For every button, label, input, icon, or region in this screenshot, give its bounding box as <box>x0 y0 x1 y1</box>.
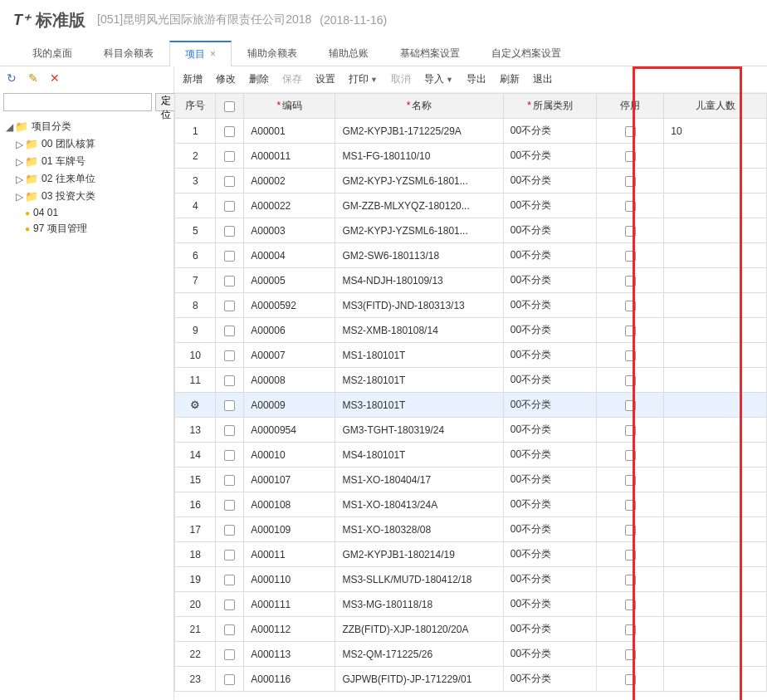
table-row[interactable]: 9A00006MS2-XMB-180108/1400不分类 <box>175 318 767 343</box>
col-disable[interactable]: 停用 <box>597 94 664 119</box>
table-row[interactable]: 8A0000592MS3(FITD)-JND-180313/1300不分类 <box>175 293 767 318</box>
delete-icon[interactable]: ✕ <box>50 71 60 85</box>
cell-disable[interactable] <box>597 642 664 667</box>
table-row[interactable]: 14A00010MS4-180101T00不分类 <box>175 443 767 467</box>
cell-disable[interactable] <box>597 567 664 592</box>
cell-checkbox[interactable] <box>216 368 244 393</box>
cell-checkbox[interactable] <box>216 418 244 443</box>
table-row[interactable]: 19A000110MS3-SLLK/MU7D-180412/1800不分类 <box>175 567 767 592</box>
action-修改[interactable]: 修改 <box>216 72 236 86</box>
cell-checkbox[interactable] <box>216 318 244 343</box>
cell-checkbox[interactable] <box>216 218 244 243</box>
cell-disable[interactable] <box>597 343 664 368</box>
tree-item[interactable]: 04 01 <box>33 207 58 218</box>
cell-checkbox[interactable] <box>216 243 244 268</box>
tab-自定义档案设置[interactable]: 自定义档案设置 <box>476 41 577 66</box>
tree-toggle-icon[interactable]: ◢ <box>3 121 15 133</box>
cell-checkbox[interactable] <box>216 268 244 293</box>
action-刷新[interactable]: 刷新 <box>500 72 520 86</box>
cell-checkbox[interactable] <box>216 293 244 318</box>
table-row[interactable]: 20A000111MS3-MG-180118/1800不分类 <box>175 592 767 617</box>
cell-disable[interactable] <box>597 443 664 467</box>
table-row[interactable]: 1A00001GM2-KYPJB1-171225/29A00不分类10 <box>175 119 767 144</box>
cell-disable[interactable] <box>597 492 664 517</box>
cell-checkbox[interactable] <box>216 617 244 642</box>
tree-item[interactable]: 03 投资大类 <box>42 189 95 203</box>
cell-checkbox[interactable] <box>216 443 244 467</box>
tree-toggle-icon[interactable]: ▷ <box>13 139 25 150</box>
col-code[interactable]: *编码 <box>244 94 335 119</box>
tree-item[interactable]: 02 往来单位 <box>42 172 95 186</box>
cell-checkbox[interactable] <box>216 343 244 368</box>
col-children[interactable]: 儿童人数 <box>664 94 767 119</box>
cell-checkbox[interactable] <box>216 144 244 169</box>
cell-disable[interactable] <box>597 119 664 144</box>
table-row[interactable]: ⚙A00009MS3-180101T00不分类 <box>175 393 767 418</box>
cell-disable[interactable] <box>597 542 664 567</box>
cell-disable[interactable] <box>597 592 664 617</box>
tree-search-input[interactable] <box>3 93 152 111</box>
cell-disable[interactable] <box>597 617 664 642</box>
cell-disable[interactable] <box>597 218 664 243</box>
table-row[interactable]: 10A00007MS1-180101T00不分类 <box>175 343 767 368</box>
tab-辅助余额表[interactable]: 辅助余额表 <box>232 41 313 66</box>
cell-checkbox[interactable] <box>216 567 244 592</box>
cell-disable[interactable] <box>597 517 664 542</box>
refresh-icon[interactable]: ↻ <box>7 71 17 85</box>
action-删除[interactable]: 删除 <box>249 72 269 86</box>
table-row[interactable]: 7A00005MS4-NDJH-180109/1300不分类 <box>175 268 767 293</box>
cell-disable[interactable] <box>597 368 664 393</box>
action-新增[interactable]: 新增 <box>183 72 203 86</box>
cell-disable[interactable] <box>597 243 664 268</box>
tree-item[interactable]: 00 团队核算 <box>42 137 95 151</box>
table-row[interactable]: 3A00002GM2-KYPJ-YZSML6-1801...00不分类 <box>175 169 767 193</box>
tree-item[interactable]: 01 车牌号 <box>42 154 85 169</box>
cell-disable[interactable] <box>597 393 664 418</box>
table-row[interactable]: 17A000109MS1-XO-180328/0800不分类 <box>175 517 767 542</box>
tree-toggle-icon[interactable]: ▷ <box>13 174 25 185</box>
tab-我的桌面[interactable]: 我的桌面 <box>17 41 88 66</box>
cell-disable[interactable] <box>597 268 664 293</box>
table-row[interactable]: 13A0000954GM3-TGHT-180319/2400不分类 <box>175 418 767 443</box>
tab-基础档案设置[interactable]: 基础档案设置 <box>384 41 476 66</box>
cell-disable[interactable] <box>597 667 664 692</box>
cell-checkbox[interactable] <box>216 193 244 218</box>
table-row[interactable]: 2A000011MS1-FG-180110/1000不分类 <box>175 144 767 169</box>
cell-checkbox[interactable] <box>216 667 244 692</box>
table-row[interactable]: 5A00003GM2-KYPJ-YZSML6-1801...00不分类 <box>175 218 767 243</box>
cell-disable[interactable] <box>597 467 664 492</box>
table-row[interactable]: 22A000113MS2-QM-171225/2600不分类 <box>175 642 767 667</box>
action-打印[interactable]: 打印▼ <box>349 72 378 86</box>
table-row[interactable]: 16A000108MS1-XO-180413/24A00不分类 <box>175 492 767 517</box>
col-checkbox[interactable] <box>216 94 244 119</box>
col-name[interactable]: *名称 <box>335 94 503 119</box>
cell-disable[interactable] <box>597 293 664 318</box>
cell-checkbox[interactable] <box>216 542 244 567</box>
table-row[interactable]: 6A00004GM2-SW6-180113/1800不分类 <box>175 243 767 268</box>
cell-disable[interactable] <box>597 318 664 343</box>
cell-checkbox[interactable] <box>216 592 244 617</box>
cell-checkbox[interactable] <box>216 393 244 418</box>
table-row[interactable]: 23A000116GJPWB(FITD)-JP-171229/0100不分类 <box>175 667 767 692</box>
tab-科目余额表[interactable]: 科目余额表 <box>88 41 169 66</box>
tab-项目[interactable]: 项目× <box>169 41 232 66</box>
cell-checkbox[interactable] <box>216 119 244 144</box>
cell-checkbox[interactable] <box>216 492 244 517</box>
col-category[interactable]: *所属类别 <box>503 94 596 119</box>
close-icon[interactable]: × <box>210 48 216 60</box>
table-row[interactable]: 4A000022GM-ZZB-MLXYQZ-180120...00不分类 <box>175 193 767 218</box>
tree-toggle-icon[interactable]: ▷ <box>13 191 25 203</box>
table-row[interactable]: 15A000107MS1-XO-180404/1700不分类 <box>175 467 767 492</box>
action-设置[interactable]: 设置 <box>315 72 335 86</box>
tree-root[interactable]: 项目分类 <box>32 120 71 134</box>
tree-toggle-icon[interactable]: ▷ <box>13 156 25 168</box>
col-seq[interactable]: 序号 <box>175 94 216 119</box>
table-row[interactable]: 21A000112ZZB(FITD)-XJP-180120/20A00不分类 <box>175 617 767 642</box>
cell-disable[interactable] <box>597 193 664 218</box>
cell-disable[interactable] <box>597 418 664 443</box>
gear-icon[interactable]: ⚙ <box>190 399 200 411</box>
table-row[interactable]: 11A00008MS2-180101T00不分类 <box>175 368 767 393</box>
cell-checkbox[interactable] <box>216 642 244 667</box>
edit-icon[interactable]: ✎ <box>28 71 38 85</box>
cell-checkbox[interactable] <box>216 169 244 193</box>
